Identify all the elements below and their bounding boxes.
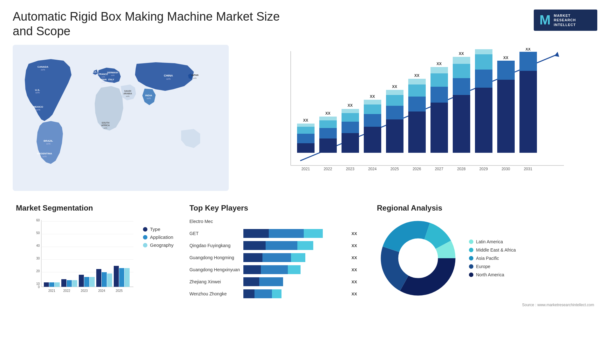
svg-rect-87 <box>475 54 492 70</box>
legend-type-label: Type <box>150 226 160 232</box>
svg-rect-55 <box>364 127 381 153</box>
player-name: GET <box>189 231 240 236</box>
svg-text:2023: 2023 <box>81 289 88 293</box>
svg-text:xx%: xx% <box>46 143 50 145</box>
svg-rect-39 <box>297 127 315 134</box>
donut-container: Latin America Middle East & Africa Asia … <box>377 217 594 300</box>
svg-rect-51 <box>342 113 359 122</box>
player-value: XX <box>351 292 361 296</box>
svg-rect-80 <box>453 78 470 95</box>
svg-text:XX: XX <box>525 48 531 51</box>
player-bar <box>243 289 346 298</box>
svg-text:50: 50 <box>36 231 40 235</box>
svg-text:JAPAN: JAPAN <box>191 74 198 76</box>
latin-america-dot <box>469 239 473 244</box>
svg-rect-69 <box>408 84 426 97</box>
player-bar <box>243 265 346 274</box>
north-america-dot <box>469 273 473 277</box>
middle-east-africa-label: Middle East & Africa <box>476 247 516 253</box>
player-name: Wenzhou Zhongke <box>189 291 240 296</box>
svg-rect-129 <box>114 266 119 287</box>
bar-seg2 <box>266 241 297 250</box>
svg-text:0: 0 <box>38 285 40 289</box>
bar-seg1 <box>243 289 254 298</box>
svg-rect-43 <box>319 138 337 153</box>
player-row: GET XX <box>189 229 361 238</box>
svg-rect-118 <box>67 280 72 287</box>
bar-seg1 <box>243 277 259 286</box>
svg-text:2021: 2021 <box>48 289 56 293</box>
bar-seg1 <box>243 241 266 250</box>
svg-text:xx%: xx% <box>111 74 115 76</box>
svg-rect-74 <box>430 87 448 103</box>
legend-geography: Geography <box>143 242 173 248</box>
bar-chart-svg: XX 2021 XX 2022 XX 2023 <box>257 48 591 181</box>
svg-rect-95 <box>519 71 537 153</box>
svg-text:60: 60 <box>36 219 40 222</box>
svg-rect-91 <box>497 80 515 153</box>
player-name: Guangdong Hongming <box>189 255 240 260</box>
svg-rect-131 <box>125 268 130 287</box>
svg-rect-76 <box>430 67 448 73</box>
svg-text:MEXICO: MEXICO <box>33 105 43 108</box>
asia-pacific-dot <box>469 256 473 260</box>
player-name: Qingdao Fuyingkang <box>189 243 240 248</box>
player-row: Electro Mec <box>189 217 361 226</box>
svg-point-138 <box>398 239 438 278</box>
legend-geography-label: Geography <box>150 242 173 248</box>
svg-rect-127 <box>107 273 112 287</box>
player-row: Wenzhou Zhongke XX <box>189 289 361 298</box>
svg-rect-50 <box>342 122 359 133</box>
svg-text:XX: XX <box>481 48 486 49</box>
svg-rect-58 <box>364 100 381 104</box>
bar-seg1 <box>243 229 269 238</box>
svg-text:xx%: xx% <box>35 91 39 94</box>
bar-seg2 <box>269 229 304 238</box>
bar-seg3 <box>297 241 313 250</box>
svg-rect-85 <box>475 88 492 153</box>
svg-text:2027: 2027 <box>435 167 444 171</box>
svg-rect-44 <box>319 128 337 138</box>
svg-text:2022: 2022 <box>324 167 332 171</box>
svg-rect-56 <box>364 114 381 127</box>
svg-rect-70 <box>408 79 426 84</box>
svg-rect-37 <box>297 143 315 153</box>
svg-text:SPAIN: SPAIN <box>100 78 107 81</box>
svg-rect-125 <box>96 269 101 287</box>
svg-text:xx%: xx% <box>42 155 46 158</box>
logo: M MARKET RESEARCH INTELLECT <box>534 10 597 31</box>
legend-middle-east-africa: Middle East & Africa <box>469 247 516 253</box>
svg-rect-92 <box>497 61 515 80</box>
bar-seg2 <box>254 289 272 298</box>
svg-rect-119 <box>72 280 77 287</box>
middle-east-africa-dot <box>469 248 473 252</box>
player-name: Electro Mec <box>189 219 240 224</box>
svg-text:xx%: xx% <box>126 95 130 97</box>
svg-text:U.S.: U.S. <box>35 89 40 91</box>
svg-text:CANADA: CANADA <box>37 65 49 68</box>
svg-text:ARGENTINA: ARGENTINA <box>37 152 52 155</box>
svg-rect-68 <box>408 97 426 111</box>
svg-rect-49 <box>342 133 359 153</box>
svg-rect-46 <box>319 117 337 120</box>
svg-text:xx%: xx% <box>41 69 45 71</box>
svg-text:BRAZIL: BRAZIL <box>44 139 53 142</box>
bar-seg3 <box>288 265 301 274</box>
bar-seg2 <box>259 277 283 286</box>
world-map: CANADA xx% U.S. xx% MEXICO xx% BRAZIL xx… <box>13 45 229 191</box>
player-value: XX <box>351 267 361 272</box>
svg-rect-121 <box>79 275 84 287</box>
application-dot <box>143 235 147 239</box>
svg-rect-79 <box>453 95 470 153</box>
svg-text:ARABIA: ARABIA <box>123 92 132 95</box>
svg-text:XX: XX <box>459 51 464 56</box>
bottom-section: Market Segmentation 60 50 40 30 20 10 0 <box>13 200 597 310</box>
svg-line-35 <box>300 54 558 161</box>
svg-text:INDIA: INDIA <box>145 94 152 97</box>
svg-rect-114 <box>49 282 54 287</box>
svg-text:xx%: xx% <box>109 81 113 83</box>
svg-text:FRANCE: FRANCE <box>98 73 108 75</box>
regional-legend: Latin America Middle East & Africa Asia … <box>469 239 516 277</box>
svg-text:30: 30 <box>36 257 40 260</box>
asia-pacific-label: Asia Pacific <box>476 256 499 261</box>
